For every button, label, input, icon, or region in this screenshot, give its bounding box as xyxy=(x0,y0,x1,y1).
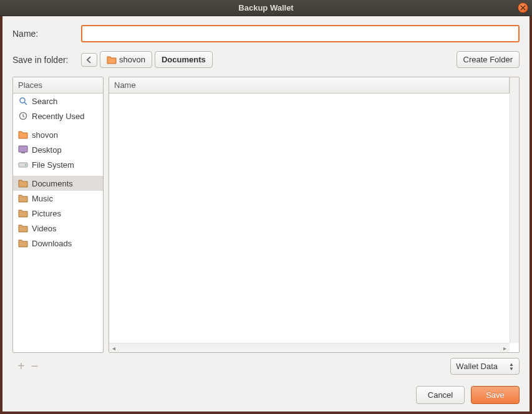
scroll-track[interactable] xyxy=(120,345,499,352)
places-item-documents[interactable]: Documents xyxy=(13,176,103,191)
files-column-header[interactable]: Name xyxy=(109,77,510,94)
close-icon xyxy=(520,5,526,11)
file-chooser: Places Search Recently Used shovon Deskt… xyxy=(12,77,520,353)
save-in-row: Save in folder: shovon Documents Create … xyxy=(12,51,520,68)
chevron-left-icon xyxy=(87,57,92,63)
file-type-label: Wallet Data xyxy=(456,362,498,371)
svg-point-0 xyxy=(20,98,25,103)
breadcrumb: shovon Documents Create Folder xyxy=(81,51,520,68)
action-row: Cancel Save xyxy=(12,386,520,404)
places-item-label: Pictures xyxy=(32,209,61,218)
create-folder-button[interactable]: Create Folder xyxy=(457,51,520,68)
places-pane: Places Search Recently Used shovon Deskt… xyxy=(12,77,104,353)
folder-icon xyxy=(18,223,28,233)
scrollbar-vertical[interactable] xyxy=(510,77,519,343)
home-folder-icon xyxy=(18,130,28,140)
scroll-right-arrow-icon[interactable]: ▸ xyxy=(500,344,510,352)
drive-icon xyxy=(18,160,28,170)
places-item-home[interactable]: shovon xyxy=(13,127,103,142)
breadcrumb-label: shovon xyxy=(119,55,145,64)
breadcrumb-back-button[interactable] xyxy=(81,53,97,67)
home-folder-icon xyxy=(107,55,117,64)
svg-point-5 xyxy=(25,165,26,166)
save-button[interactable]: Save xyxy=(471,386,520,404)
places-header: Places xyxy=(13,77,103,94)
places-item-pictures[interactable]: Pictures xyxy=(13,206,103,221)
places-item-label: Videos xyxy=(32,224,57,233)
name-label: Name: xyxy=(12,29,81,39)
clock-icon xyxy=(18,111,28,121)
folder-icon xyxy=(18,208,28,218)
places-item-label: Search xyxy=(32,97,57,106)
places-item-label: Desktop xyxy=(32,145,62,155)
svg-rect-3 xyxy=(21,152,25,153)
file-type-select[interactable]: Wallet Data ▲▼ xyxy=(450,358,520,375)
below-row: + − Wallet Data ▲▼ xyxy=(12,358,520,375)
places-item-recent[interactable]: Recently Used xyxy=(13,108,103,123)
name-input[interactable] xyxy=(81,25,520,42)
places-item-label: File System xyxy=(32,160,74,170)
places-item-label: Downloads xyxy=(32,239,72,248)
svg-rect-2 xyxy=(19,146,27,152)
places-item-desktop[interactable]: Desktop xyxy=(13,142,103,157)
places-item-label: shovon xyxy=(32,130,58,140)
scrollbar-horizontal[interactable]: ◂ ▸ xyxy=(109,343,510,352)
name-row: Name: xyxy=(12,25,520,42)
search-icon xyxy=(18,96,28,106)
dialog-body: Name: Save in folder: shovon Documents C… xyxy=(0,16,532,414)
places-item-downloads[interactable]: Downloads xyxy=(13,236,103,251)
titlebar: Backup Wallet xyxy=(0,0,532,16)
places-item-label: Recently Used xyxy=(32,112,85,121)
places-item-label: Music xyxy=(32,194,53,203)
files-list[interactable] xyxy=(109,94,519,352)
add-bookmark-button: + xyxy=(17,359,25,373)
desktop-icon xyxy=(18,145,28,155)
close-button[interactable] xyxy=(518,2,528,13)
breadcrumb-item-current[interactable]: Documents xyxy=(155,51,213,68)
breadcrumb-label: Documents xyxy=(162,55,206,64)
places-item-filesystem[interactable]: File System xyxy=(13,157,103,172)
places-item-videos[interactable]: Videos xyxy=(13,221,103,236)
cancel-button[interactable]: Cancel xyxy=(416,386,465,404)
places-item-music[interactable]: Music xyxy=(13,191,103,206)
bookmark-controls: + − xyxy=(12,359,38,373)
remove-bookmark-button: − xyxy=(31,359,39,373)
scroll-left-arrow-icon[interactable]: ◂ xyxy=(109,344,118,352)
folder-icon xyxy=(18,238,28,248)
spinner-arrows-icon: ▲▼ xyxy=(509,362,514,371)
places-item-label: Documents xyxy=(32,179,73,188)
save-in-label: Save in folder: xyxy=(12,55,81,65)
folder-icon xyxy=(18,193,28,203)
places-item-search[interactable]: Search xyxy=(13,94,103,108)
folder-icon xyxy=(18,178,28,188)
breadcrumb-item-home[interactable]: shovon xyxy=(100,51,152,68)
files-pane: Name ◂ ▸ xyxy=(109,77,520,353)
window-title: Backup Wallet xyxy=(238,3,293,12)
